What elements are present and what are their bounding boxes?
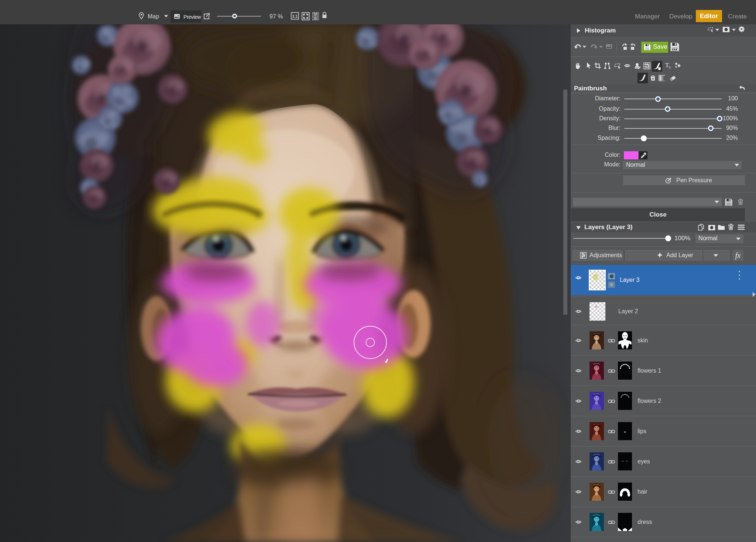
svg-text:1:1: 1:1 bbox=[292, 14, 298, 18]
svg-text:Ω: Ω bbox=[669, 65, 671, 69]
